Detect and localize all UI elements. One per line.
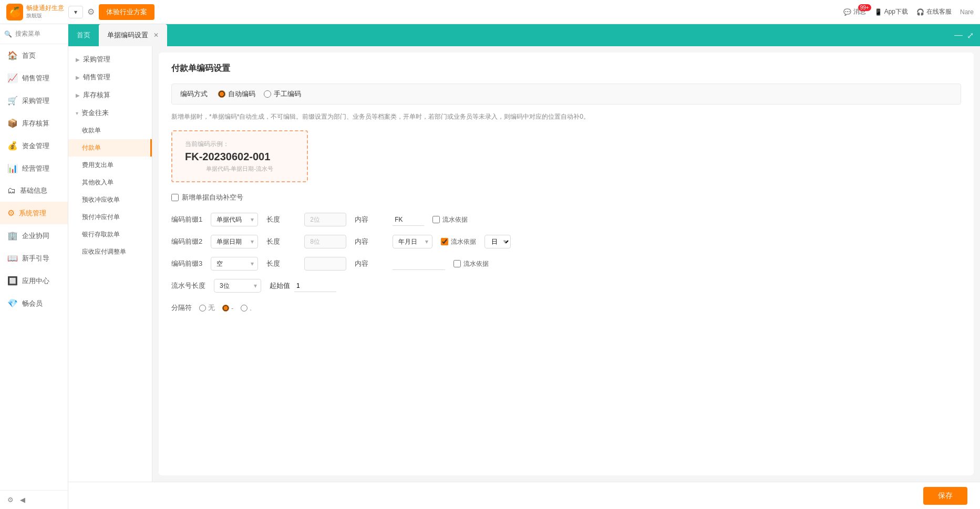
- sep-dash-option[interactable]: -: [222, 304, 233, 312]
- sub-menu-sales: ▶ 销售管理: [68, 68, 152, 86]
- top-bar-right: 💬 消息 99+ 📱 App下载 🎧 在线客服 Nare: [843, 7, 974, 16]
- prefix-row-1: 编码前缀1 单据代码 长度 内容 流水依据: [171, 213, 961, 226]
- serial-length-wrapper: 3位: [214, 279, 261, 293]
- app-download-button[interactable]: 📱 App下载: [874, 7, 908, 16]
- description-text: 新增单据时，*单据编码*自动生成，不可编辑。前缀设置为部门、业务员等档案类，开单…: [171, 112, 961, 122]
- content2-select[interactable]: 年月日: [393, 235, 432, 248]
- sidebar-item-system[interactable]: ⚙ 系统管理: [0, 202, 68, 224]
- content3-input[interactable]: [393, 258, 445, 270]
- auto-fill-checkbox[interactable]: [171, 194, 179, 201]
- manual-code-option[interactable]: 手工编码: [264, 89, 301, 99]
- sub-menu-item-bank-deposit[interactable]: 银行存取款单: [68, 226, 152, 243]
- sidebar: 🔍 搜索菜单 🏠 首页 📈 销售管理 🛒 采购管理 📦 库存核算 💰 资金管理 …: [0, 24, 68, 509]
- prefix2-select-wrapper: 单据日期: [211, 235, 258, 248]
- main-panel: 付款单编码设置 编码方式 自动编码 手工编码: [159, 53, 974, 475]
- sidebar-settings-icon[interactable]: ⚙: [7, 496, 14, 504]
- sub-menu-item-expense[interactable]: 费用支出单: [68, 157, 152, 174]
- user-name[interactable]: Nare: [960, 8, 974, 16]
- sep-none-option[interactable]: 无: [199, 303, 215, 313]
- brand-text: 畅捷通好生意 旗舰版: [26, 4, 64, 20]
- sub-menu-header-sales[interactable]: ▶ 销售管理: [68, 68, 152, 86]
- flow3-checkbox[interactable]: [453, 260, 461, 267]
- sub-menu-header-purchase[interactable]: ▶ 采购管理: [68, 50, 152, 68]
- sidebar-item-finance[interactable]: 💰 资金管理: [0, 134, 68, 157]
- separator-label: 分隔符: [171, 303, 192, 313]
- trial-button[interactable]: 体验行业方案: [99, 4, 154, 20]
- flow1-checkbox[interactable]: [432, 216, 440, 223]
- length2-input[interactable]: [304, 235, 346, 248]
- prefix1-select[interactable]: 单据代码: [211, 213, 258, 226]
- length3-input[interactable]: [304, 257, 346, 271]
- flow2-label: 流水依据: [451, 237, 476, 246]
- sidebar-item-label: 采购管理: [22, 96, 49, 106]
- tabs-bar-right: — ⤢: [954, 30, 980, 40]
- brand-icon: 🍊: [6, 4, 23, 20]
- enterprise-icon: 🏢: [7, 231, 18, 241]
- auto-code-radio[interactable]: [218, 90, 225, 98]
- flow2-unit-select[interactable]: 日: [484, 235, 511, 248]
- brand-logo: 🍊 畅捷通好生意 旗舰版: [6, 4, 64, 20]
- sub-menu-header-finance[interactable]: ▾ 资金往来: [68, 104, 152, 122]
- tab-code-settings-label: 单据编码设置: [107, 30, 148, 40]
- sub-menu-item-receipt[interactable]: 收款单: [68, 122, 152, 139]
- dropdown-label: ▾: [74, 8, 77, 16]
- sidebar-item-purchase[interactable]: 🛒 采购管理: [0, 89, 68, 112]
- length1-input[interactable]: [304, 213, 346, 226]
- online-service-button[interactable]: 🎧 在线客服: [916, 7, 952, 16]
- dropdown-button[interactable]: ▾: [68, 6, 83, 18]
- sub-menu-label: 销售管理: [83, 72, 110, 82]
- content1-input[interactable]: [393, 214, 424, 226]
- message-button[interactable]: 💬 消息 99+: [843, 7, 866, 16]
- sep-none-radio[interactable]: [199, 305, 206, 311]
- sub-menu-header-inventory[interactable]: ▶ 库存核算: [68, 86, 152, 104]
- sub-menu-item-receivable-adj[interactable]: 应收应付调整单: [68, 243, 152, 261]
- sidebar-item-home[interactable]: 🏠 首页: [0, 44, 68, 67]
- tab-code-settings[interactable]: 单据编码设置 ✕: [99, 24, 167, 46]
- auto-code-option[interactable]: 自动编码: [218, 89, 255, 99]
- prefix3-select[interactable]: 空: [211, 257, 258, 271]
- prefix-row-3: 编码前缀3 空 长度 内容 流水依据: [171, 257, 961, 271]
- manual-code-radio[interactable]: [264, 90, 271, 98]
- minimize-icon[interactable]: —: [954, 30, 963, 40]
- flow2-checkbox-label[interactable]: 流水依据: [441, 237, 476, 246]
- flow2-checkbox[interactable]: [441, 238, 448, 245]
- save-button[interactable]: 保存: [923, 487, 967, 505]
- sep-dot-option[interactable]: .: [241, 304, 252, 312]
- sub-menu-item-prepay-receive[interactable]: 预收冲应收单: [68, 191, 152, 209]
- sidebar-item-guide[interactable]: 📖 新手引导: [0, 247, 68, 269]
- purchase-icon: 🛒: [7, 96, 18, 106]
- tab-home[interactable]: 首页: [68, 24, 99, 46]
- maximize-icon[interactable]: ⤢: [967, 30, 974, 40]
- flow1-checkbox-label[interactable]: 流水依据: [432, 215, 468, 224]
- sidebar-collapse-icon[interactable]: ◀: [20, 496, 25, 504]
- sidebar-item-inventory[interactable]: 📦 库存核算: [0, 112, 68, 134]
- page-content: ▶ 采购管理 ▶ 销售管理 ▶ 库存核算: [68, 46, 980, 482]
- coding-method-label: 编码方式: [180, 89, 208, 99]
- sidebar-item-member[interactable]: 💎 畅会员: [0, 292, 68, 315]
- content2-select-wrapper: 年月日: [393, 235, 432, 248]
- sub-menu-item-other-income[interactable]: 其他收入单: [68, 174, 152, 191]
- settings-icon[interactable]: ⚙: [87, 7, 95, 17]
- sub-menu-label: 库存核算: [83, 90, 110, 100]
- sidebar-item-base[interactable]: 🗂 基础信息: [0, 180, 68, 202]
- sidebar-item-apps[interactable]: 🔲 应用中心: [0, 269, 68, 292]
- sidebar-item-sales[interactable]: 📈 销售管理: [0, 67, 68, 89]
- sub-menu-item-payment[interactable]: 付款单: [68, 139, 152, 157]
- sidebar-item-operations[interactable]: 📊 经营管理: [0, 157, 68, 180]
- sidebar-item-label: 经营管理: [22, 164, 49, 173]
- message-icon: 💬: [843, 8, 851, 16]
- sub-menu-item-prepay-pay[interactable]: 预付冲应付单: [68, 209, 152, 226]
- flow3-checkbox-label[interactable]: 流水依据: [453, 259, 489, 268]
- separator-row: 分隔符 无 - .: [171, 303, 961, 313]
- sidebar-item-enterprise[interactable]: 🏢 企业协同: [0, 224, 68, 247]
- finance-icon: 💰: [7, 141, 18, 151]
- prefix2-select[interactable]: 单据日期: [211, 235, 258, 248]
- tab-close-icon[interactable]: ✕: [153, 32, 159, 39]
- sep-dot-radio[interactable]: [241, 305, 247, 311]
- serial-length-select[interactable]: 3位: [214, 279, 261, 293]
- sidebar-item-label: 畅会员: [22, 299, 43, 308]
- sep-dash-radio[interactable]: [222, 305, 229, 311]
- sidebar-search[interactable]: 🔍 搜索菜单: [0, 24, 68, 44]
- start-value-input[interactable]: [294, 280, 336, 292]
- chevron-right-icon: ▶: [76, 75, 80, 80]
